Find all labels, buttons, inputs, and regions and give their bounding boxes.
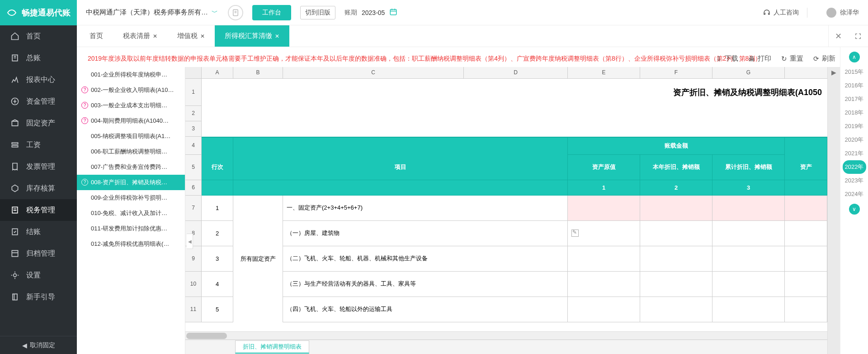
sidenav-item-12[interactable]: 新手引导 <box>0 286 77 308</box>
sidenav-item-2[interactable]: 报表中心 <box>0 69 77 91</box>
workbench-button[interactable]: 工作台 <box>252 5 291 20</box>
sidenav-item-1[interactable]: 总账 <box>0 47 77 69</box>
close-icon[interactable]: ✕ <box>153 33 157 39</box>
scroll-down-button[interactable]: ∨ <box>849 204 860 215</box>
data-cell[interactable] <box>568 297 640 322</box>
period-value[interactable]: 2023-05 <box>362 9 385 16</box>
close-icon[interactable]: ✕ <box>275 33 279 39</box>
refresh-button[interactable]: ⟳刷新 <box>813 54 835 63</box>
project-cell[interactable]: （一）房屋、建筑物 <box>283 221 568 246</box>
sidenav-item-10[interactable]: 归档管理 <box>0 243 77 264</box>
data-cell[interactable] <box>568 272 640 297</box>
row-header[interactable]: 2 <box>185 106 202 121</box>
year-2015年[interactable]: 2015年 <box>843 65 866 79</box>
form-list-item-8[interactable]: ?009-企业所得税弥补亏损明… <box>77 190 185 206</box>
year-2017年[interactable]: 2017年 <box>843 92 866 106</box>
year-2019年[interactable]: 2019年 <box>843 120 866 133</box>
fullscreen-button[interactable] <box>848 25 868 47</box>
rowno-cell[interactable]: 4 <box>202 272 233 297</box>
sidenav-item-8[interactable]: 税务管理 <box>0 199 77 221</box>
project-cell[interactable]: （三）与生产经营活动有关的器具、工具、家具等 <box>283 272 568 297</box>
year-2018年[interactable]: 2018年 <box>843 106 866 120</box>
year-2024年[interactable]: 2024年 <box>843 187 866 201</box>
rowno-cell[interactable]: 2 <box>202 221 233 246</box>
row-header[interactable]: 4 <box>185 137 202 155</box>
calendar-icon[interactable] <box>389 8 397 17</box>
sheet-tab[interactable]: 折旧、摊销调整明细表 <box>235 340 309 354</box>
sidenav-item-4[interactable]: 固定资产 <box>0 112 77 134</box>
form-list-item-6[interactable]: ?007-广告费和业务宣传费跨… <box>77 159 185 175</box>
tab-close-button[interactable]: ✕ <box>828 25 848 47</box>
sidenav-item-7[interactable]: 库存核算 <box>0 177 77 199</box>
form-list-item-0[interactable]: ?001-企业所得税年度纳税申… <box>77 67 185 82</box>
data-cell[interactable] <box>712 221 785 246</box>
form-list-item-7[interactable]: ?008-资产折旧、摊销及纳税… <box>77 175 185 190</box>
scroll-right-button[interactable]: ▶ <box>827 67 840 354</box>
sidenav-item-3[interactable]: 资金管理 <box>0 91 77 112</box>
row-header[interactable]: 6 <box>185 180 202 196</box>
sidenav-item-6[interactable]: 发票管理 <box>0 156 77 177</box>
company-chevron-icon[interactable]: ﹀ <box>212 9 218 17</box>
col-header[interactable]: C <box>283 67 464 78</box>
project-cell[interactable]: （二）飞机、火车、轮船、机器、机械和其他生产设备 <box>283 246 568 272</box>
rowno-cell[interactable]: 1 <box>202 196 233 221</box>
scroll-up-button[interactable]: ∧ <box>849 52 860 62</box>
data-cell[interactable] <box>568 246 640 272</box>
data-cell[interactable] <box>785 272 827 297</box>
data-cell[interactable] <box>712 297 785 322</box>
data-cell[interactable] <box>712 246 785 272</box>
tab-1[interactable]: 税表清册✕ <box>113 25 167 47</box>
unpin-button[interactable]: ◀ 取消固定 <box>0 336 77 354</box>
col-header[interactable]: A <box>202 67 233 78</box>
download-button[interactable]: ⇩下载 <box>716 54 738 63</box>
year-2020年[interactable]: 2020年 <box>843 133 866 147</box>
year-2021年[interactable]: 2021年 <box>843 147 866 160</box>
edit-icon[interactable] <box>571 230 579 237</box>
form-list-item-1[interactable]: ?002-一般企业收入明细表(A10… <box>77 82 185 98</box>
data-cell[interactable] <box>568 196 640 221</box>
data-cell[interactable] <box>640 221 712 246</box>
sidenav-item-0[interactable]: 首页 <box>0 25 77 47</box>
row-header[interactable]: 10 <box>185 272 202 297</box>
project-cell[interactable]: （四）飞机、火车、轮船以外的运输工具 <box>283 297 568 322</box>
collapse-formlist-button[interactable]: ◀ <box>187 234 193 249</box>
form-list-item-10[interactable]: ?011-研发费用加计扣除优惠… <box>77 221 185 236</box>
form-list-item-11[interactable]: ?012-减免所得税优惠明细表(… <box>77 236 185 252</box>
data-cell[interactable] <box>712 272 785 297</box>
year-2022年[interactable]: 2022年 <box>843 160 866 174</box>
row-header[interactable]: 7 <box>185 196 202 221</box>
tab-3[interactable]: 所得税汇算清缴✕ <box>215 25 289 47</box>
user-menu[interactable]: 徐泽华 <box>826 8 859 18</box>
rowno-cell[interactable]: 5 <box>202 297 233 322</box>
data-cell[interactable] <box>785 196 827 221</box>
data-cell[interactable] <box>785 221 827 246</box>
row-header[interactable]: 3 <box>185 121 202 137</box>
row-header[interactable]: 5 <box>185 155 202 180</box>
year-2016年[interactable]: 2016年 <box>843 79 866 92</box>
sidenav-item-5[interactable]: 工资 <box>0 134 77 156</box>
data-cell[interactable] <box>640 297 712 322</box>
data-cell[interactable] <box>640 246 712 272</box>
form-list-item-4[interactable]: ?005-纳税调整项目明细表(A1… <box>77 129 185 144</box>
form-list-item-9[interactable]: ?010-免税、减计收入及加计… <box>77 206 185 221</box>
row-header[interactable]: 9 <box>185 246 202 272</box>
consult-button[interactable]: 人工咨询 <box>763 9 799 17</box>
company-selector[interactable]: 中税网通广泽（天津）税务师事务所有… <box>86 8 208 17</box>
horizontal-scrollbar[interactable] <box>185 331 827 340</box>
sheet-corner[interactable] <box>185 67 202 78</box>
form-list-item-5[interactable]: ?006-职工薪酬纳税调整明细… <box>77 144 185 159</box>
row-header[interactable]: 11 <box>185 297 202 322</box>
sidenav-item-9[interactable]: 结账 <box>0 221 77 243</box>
tab-2[interactable]: 增值税✕ <box>167 25 215 47</box>
rowno-cell[interactable]: 3 <box>202 246 233 272</box>
col-header[interactable]: D <box>464 67 568 78</box>
data-cell[interactable] <box>712 196 785 221</box>
sidenav-item-11[interactable]: 设置 <box>0 264 77 286</box>
data-cell[interactable] <box>640 196 712 221</box>
form-list-item-3[interactable]: ?004-期间费用明细表(A1040… <box>77 113 185 129</box>
data-cell[interactable] <box>640 272 712 297</box>
data-cell[interactable] <box>785 297 827 322</box>
col-header[interactable]: G <box>712 67 785 78</box>
row-header[interactable]: 1 <box>185 79 202 106</box>
close-icon[interactable]: ✕ <box>200 33 205 39</box>
